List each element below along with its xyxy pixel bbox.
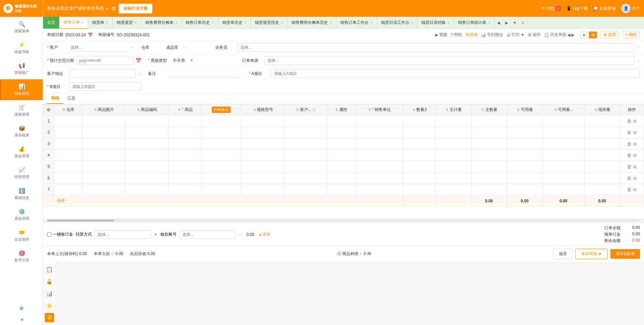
- row-main-qty[interactable]: [471, 161, 507, 172]
- sidebar-settings-btn[interactable]: ⚙️: [0, 303, 43, 314]
- tab-order-history[interactable]: 销售订单历史 ×: [182, 17, 218, 29]
- row-customer-code[interactable]: [284, 138, 327, 150]
- row-scan[interactable]: [201, 150, 241, 161]
- tab-home[interactable]: 首页: [43, 17, 60, 29]
- discard-button[interactable]: 放弃: [553, 249, 573, 259]
- help-btn[interactable]: ? 帮助: [451, 32, 462, 38]
- copy-row-icon[interactable]: ⊕: [633, 118, 637, 124]
- right-panel-btn-2[interactable]: 🔒: [45, 277, 54, 286]
- row-stock[interactable]: [584, 161, 620, 172]
- row-avail2[interactable]: [542, 115, 584, 127]
- tab-close-all-btn[interactable]: ✕: [519, 17, 527, 29]
- tab-next-btn[interactable]: ▶: [503, 17, 511, 29]
- sidebar-item-purchase[interactable]: 🛒 采购管理: [0, 100, 43, 121]
- row-main-unit[interactable]: [435, 184, 471, 195]
- th-settings[interactable]: ⚙: [43, 105, 54, 115]
- row-unit[interactable]: [355, 184, 403, 195]
- row-attr[interactable]: [327, 127, 355, 138]
- row-actions[interactable]: 🗑 ⊕: [620, 138, 644, 150]
- table-wrapper[interactable]: ⚙ ⇅ 仓库 ⇅ 商品图片 ⇅ 商品编码 ⇅ 商品 扫码录入 ⇅ 规格型号 ⇅ …: [43, 104, 644, 218]
- calendar2-icon[interactable]: 📅: [136, 58, 141, 63]
- tab-daily-reconcile[interactable]: 钱货日清对账 ×: [417, 17, 454, 29]
- sidebar-item-search[interactable]: 🔍 搜索菜单: [0, 17, 43, 38]
- row-image[interactable]: [82, 172, 125, 184]
- row-unit[interactable]: [355, 127, 403, 138]
- copy-row-icon[interactable]: ⊕: [633, 130, 637, 135]
- close-tab-icon[interactable]: ×: [212, 21, 214, 25]
- row-code[interactable]: [125, 172, 168, 184]
- row-avail[interactable]: [507, 115, 542, 127]
- shortcut-btn[interactable]: 快捷键: [465, 32, 478, 38]
- row-unit[interactable]: [355, 150, 403, 161]
- row-customer-code[interactable]: [284, 184, 327, 195]
- row-attr[interactable]: [327, 138, 355, 150]
- row-image[interactable]: [82, 127, 125, 138]
- warehouse-expand-icon[interactable]: ···: [183, 45, 186, 50]
- copy-row-icon[interactable]: ⊕: [633, 164, 637, 169]
- gear-button[interactable]: ⚙: [111, 5, 116, 12]
- row-main-unit[interactable]: [435, 115, 471, 127]
- row-avail2[interactable]: [542, 138, 584, 150]
- sidebar-item-basic[interactable]: ℹ️ 基础信息: [0, 184, 43, 204]
- row-qty2[interactable]: [403, 138, 435, 150]
- print-btn[interactable]: 🖨 打印 ▼: [506, 32, 525, 38]
- row-spec[interactable]: [241, 161, 284, 172]
- sub-tab-detail[interactable]: 明细: [47, 93, 63, 104]
- row-image[interactable]: [82, 115, 125, 127]
- row-name[interactable]: [168, 138, 201, 150]
- row-customer-code[interactable]: [284, 172, 327, 184]
- online-service-btn[interactable]: 💬 在线客服: [593, 6, 616, 11]
- goods-btn[interactable]: + 物料: [622, 31, 640, 39]
- row-spec[interactable]: [241, 172, 284, 184]
- row-main-qty[interactable]: [471, 138, 507, 150]
- delete-row-icon[interactable]: 🗑: [627, 118, 632, 124]
- message-btn[interactable]: ✉ 消息 9: [541, 6, 561, 11]
- order-source-input[interactable]: [264, 56, 635, 65]
- right-panel-btn-4[interactable]: ⭐: [45, 301, 54, 310]
- close-tab-icon[interactable]: ×: [281, 21, 283, 25]
- copy-row-icon[interactable]: ⊕: [633, 175, 637, 181]
- row-image[interactable]: [82, 161, 125, 172]
- row-avail[interactable]: [507, 184, 542, 195]
- row-qty2[interactable]: [403, 115, 435, 127]
- row-actions[interactable]: 🗑 ⊕: [620, 150, 644, 161]
- row-main-unit[interactable]: [435, 172, 471, 184]
- row-qty2[interactable]: [403, 127, 435, 138]
- scroll-thumb[interactable]: [47, 219, 114, 221]
- row-code[interactable]: [125, 150, 168, 161]
- row-qty2[interactable]: [403, 184, 435, 195]
- close-tab-icon[interactable]: ×: [488, 21, 490, 25]
- row-scan[interactable]: [201, 172, 241, 184]
- row-unit[interactable]: [355, 172, 403, 184]
- close-tab-icon[interactable]: ×: [244, 21, 247, 25]
- calendar-icon[interactable]: 📅: [88, 33, 93, 37]
- right-panel-btn-3[interactable]: 📊: [45, 289, 54, 298]
- row-actions[interactable]: 🗑 ⊕: [620, 127, 644, 138]
- row-spec[interactable]: [241, 115, 284, 127]
- invoice-dropdown-icon[interactable]: ▼: [190, 58, 194, 63]
- row-avail2[interactable]: [542, 161, 584, 172]
- row-warehouse[interactable]: [54, 127, 82, 138]
- experience-button[interactable]: 体验行业方案: [119, 4, 152, 13]
- row-stock[interactable]: [584, 115, 620, 127]
- list-view-btn[interactable]: ≡: [580, 32, 588, 38]
- tab-order-stat[interactable]: 销售订单统计表 ×: [454, 17, 495, 29]
- account-input[interactable]: [179, 230, 236, 239]
- row-customer-code[interactable]: [284, 127, 327, 138]
- row-unit[interactable]: [355, 161, 403, 172]
- tab-return-history[interactable]: 销货退货历史 ×: [251, 17, 288, 29]
- right-panel-btn-1[interactable]: 📋: [45, 265, 54, 274]
- close-tab-icon[interactable]: ×: [411, 21, 413, 25]
- tab-menu-btn[interactable]: ▼: [511, 17, 519, 29]
- row-stock[interactable]: [584, 184, 620, 195]
- grid-view-btn[interactable]: ⊞: [589, 32, 597, 38]
- tab-goods-history[interactable]: 销货单历史 ×: [218, 17, 251, 29]
- close-tab-icon[interactable]: ×: [371, 21, 373, 25]
- close-tab-icon[interactable]: ×: [448, 21, 450, 25]
- sidebar-item-marketing[interactable]: 📢 营销推广: [0, 58, 43, 79]
- sidebar-collapse-btn[interactable]: ◀: [0, 314, 43, 325]
- tab-sales-goods[interactable]: 销货单 ×: [88, 17, 113, 29]
- row-stock[interactable]: [584, 150, 620, 161]
- row-code[interactable]: [125, 161, 168, 172]
- row-scan[interactable]: [201, 127, 241, 138]
